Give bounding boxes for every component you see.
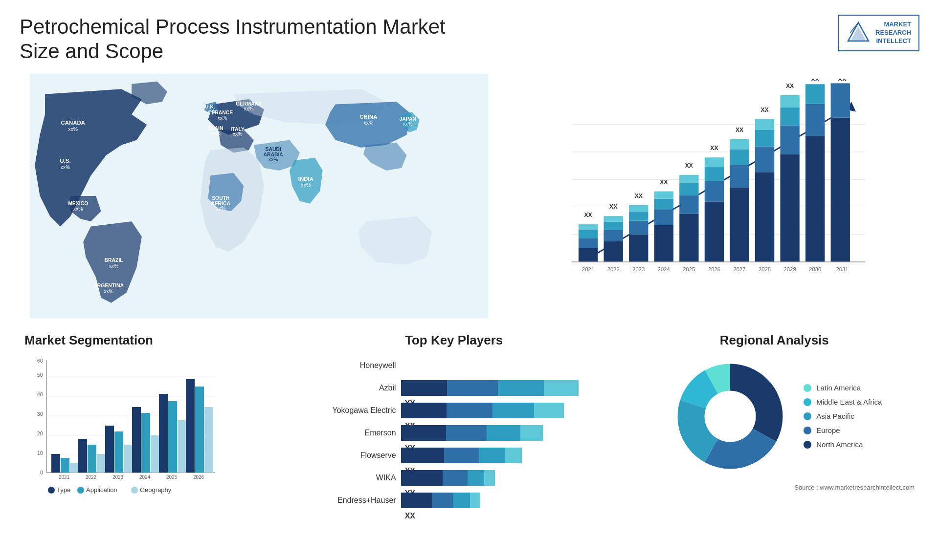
legend-label-na: North America [816, 440, 863, 449]
svg-text:U.S.: U.S. [60, 158, 71, 164]
svg-text:2021: 2021 [582, 266, 594, 272]
players-section: Top Key Players Honeywell Azbil [289, 333, 620, 538]
svg-text:CANADA: CANADA [61, 120, 86, 126]
logo: MARKET RESEARCH INTELLECT [838, 15, 919, 51]
segmentation-title: Market Segmentation [24, 333, 274, 348]
svg-text:XX: XX [760, 106, 769, 113]
player-row-honeywell: Honeywell [298, 358, 610, 373]
growth-chart-svg: XX 2021 XX 2022 XX 2023 [518, 79, 910, 299]
svg-rect-50 [604, 241, 623, 262]
svg-text:2030: 2030 [809, 266, 821, 272]
donut-chart-svg [667, 353, 794, 480]
player-bar-wrap: XX [401, 493, 610, 508]
svg-text:ARGENTINA: ARGENTINA [93, 283, 124, 288]
legend-label-latin: Latin America [816, 384, 861, 392]
legend-dot-europe [804, 427, 811, 434]
svg-text:AFRICA: AFRICA [211, 201, 231, 206]
svg-rect-132 [124, 445, 133, 473]
player-bar-wrap: XX [401, 380, 610, 396]
svg-text:ITALY: ITALY [231, 126, 245, 131]
player-name: Azbil [298, 384, 396, 392]
svg-text:xx%: xx% [109, 263, 119, 269]
svg-rect-56 [629, 235, 648, 262]
svg-rect-92 [780, 154, 799, 261]
svg-text:xx%: xx% [73, 206, 83, 212]
svg-text:2025: 2025 [683, 266, 695, 272]
svg-text:XX: XX [635, 193, 643, 199]
svg-rect-71 [679, 175, 698, 183]
svg-rect-83 [730, 139, 749, 150]
svg-text:2029: 2029 [784, 266, 796, 272]
player-row-emerson: Emerson XX [298, 425, 610, 441]
svg-text:2026: 2026 [708, 266, 720, 272]
svg-text:FRANCE: FRANCE [212, 110, 233, 115]
svg-text:xx%: xx% [301, 182, 311, 188]
svg-rect-142 [186, 379, 195, 473]
segmentation-chart-svg: 0 10 20 30 40 50 60 2021 [24, 355, 230, 502]
svg-rect-95 [780, 95, 799, 108]
legend-item-europe: Europe [804, 426, 882, 434]
svg-rect-57 [629, 220, 648, 234]
legend-dot-apac [804, 412, 811, 420]
svg-rect-144 [204, 407, 213, 473]
svg-rect-46 [579, 230, 598, 238]
svg-rect-131 [114, 431, 123, 473]
svg-text:xx%: xx% [244, 106, 254, 111]
legend-label-mea: Middle East & Africa [816, 398, 882, 406]
svg-rect-44 [579, 248, 598, 262]
svg-rect-63 [654, 209, 673, 225]
svg-text:2025: 2025 [166, 474, 178, 480]
svg-text:CHINA: CHINA [359, 113, 377, 119]
svg-text:50: 50 [37, 372, 43, 378]
svg-text:40: 40 [37, 391, 43, 397]
svg-rect-77 [705, 157, 724, 167]
svg-text:MEXICO: MEXICO [68, 201, 88, 206]
svg-text:xx%: xx% [268, 157, 278, 162]
player-bar-wrap: XX [401, 448, 610, 463]
svg-text:XX: XX [660, 178, 668, 185]
svg-text:XX: XX [736, 127, 744, 133]
svg-rect-122 [51, 454, 60, 473]
svg-text:XX: XX [811, 79, 820, 83]
svg-text:0: 0 [40, 470, 43, 475]
svg-rect-143 [195, 387, 204, 473]
svg-rect-93 [780, 125, 799, 154]
svg-text:xx%: xx% [218, 115, 227, 121]
player-name: Flowserve [298, 451, 396, 460]
svg-rect-59 [629, 205, 648, 212]
svg-text:xx%: xx% [364, 120, 374, 126]
svg-point-146 [48, 487, 55, 494]
legend-item-latin: Latin America [804, 384, 882, 392]
svg-text:2021: 2021 [59, 474, 70, 480]
svg-rect-69 [679, 195, 698, 214]
page-title: Petrochemical Process Instrumentation Ma… [20, 15, 460, 64]
svg-text:Application: Application [86, 486, 117, 494]
svg-text:U.K.: U.K. [205, 104, 215, 109]
source-text: Source : www.marketresearchintellect.com [634, 484, 915, 491]
svg-text:xx%: xx% [61, 165, 70, 170]
svg-rect-123 [61, 458, 69, 473]
svg-rect-53 [604, 216, 623, 221]
svg-text:2022: 2022 [607, 266, 620, 272]
legend-item-mea: Middle East & Africa [804, 398, 882, 406]
svg-rect-126 [78, 439, 87, 473]
svg-text:xx%: xx% [211, 130, 221, 136]
bar-chart-container: XX 2021 XX 2022 XX 2023 [508, 74, 919, 318]
player-bar-wrap: XX [401, 425, 610, 441]
svg-text:xx%: xx% [403, 121, 413, 127]
svg-text:xx%: xx% [104, 289, 113, 294]
map-container: CANADA xx% U.S. xx% MEXICO xx% BRAZIL xx… [20, 74, 498, 318]
bottom-section: Market Segmentation 0 10 20 30 40 50 60 [20, 333, 919, 538]
svg-rect-140 [178, 420, 186, 473]
regional-content: Latin America Middle East & Africa Asia … [634, 353, 915, 480]
player-row-flowserve: Flowserve XX [298, 448, 610, 463]
svg-text:SAUDI: SAUDI [265, 147, 281, 152]
svg-rect-82 [730, 149, 749, 165]
svg-text:SOUTH: SOUTH [212, 195, 229, 201]
svg-text:xx%: xx% [216, 206, 226, 211]
player-row-azbil: Azbil XX [298, 380, 610, 396]
svg-rect-76 [705, 167, 724, 181]
svg-rect-99 [805, 104, 825, 136]
svg-rect-87 [755, 147, 774, 172]
player-name: Honeywell [298, 361, 396, 370]
